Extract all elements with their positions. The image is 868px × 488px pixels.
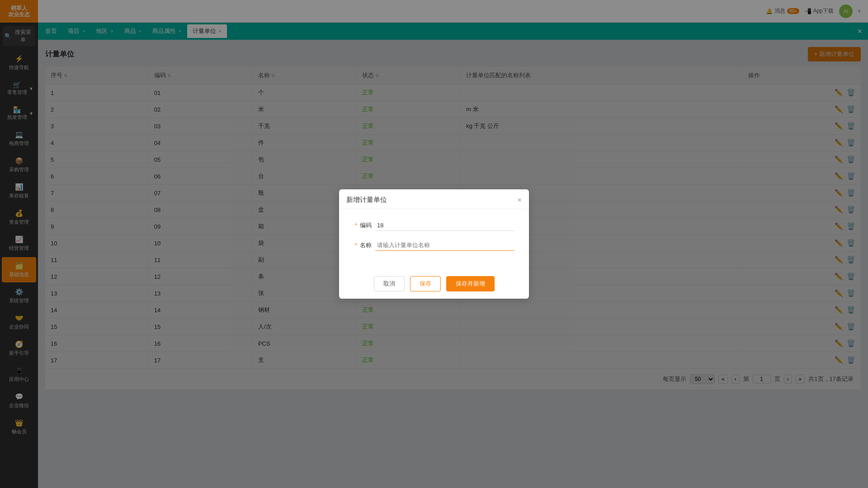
modal-close-button[interactable]: × <box>518 197 522 204</box>
add-unit-modal: 新增计量单位 × * 编码 * 名称 取消 保存 保存并新增 <box>339 189 529 299</box>
modal-body: * 编码 * 名称 <box>339 209 529 271</box>
modal-overlay: 新增计量单位 × * 编码 * 名称 取消 保存 保存并新增 <box>0 0 868 488</box>
name-input[interactable] <box>375 240 514 251</box>
name-label: * 名称 <box>354 241 372 249</box>
code-form-item: * 编码 <box>354 220 514 231</box>
name-form-item: * 名称 <box>354 240 514 251</box>
name-label-text: 名称 <box>360 242 372 249</box>
code-input[interactable] <box>375 220 514 231</box>
modal-header: 新增计量单位 × <box>339 189 529 209</box>
code-label-text: 编码 <box>360 222 372 229</box>
modal-title: 新增计量单位 <box>346 196 387 204</box>
save-and-add-button[interactable]: 保存并新增 <box>446 276 495 291</box>
modal-footer: 取消 保存 保存并新增 <box>339 271 529 299</box>
code-required: * <box>355 222 357 229</box>
cancel-button[interactable]: 取消 <box>374 276 405 291</box>
name-required: * <box>355 242 357 249</box>
save-button[interactable]: 保存 <box>410 276 441 291</box>
code-label: * 编码 <box>354 221 372 230</box>
